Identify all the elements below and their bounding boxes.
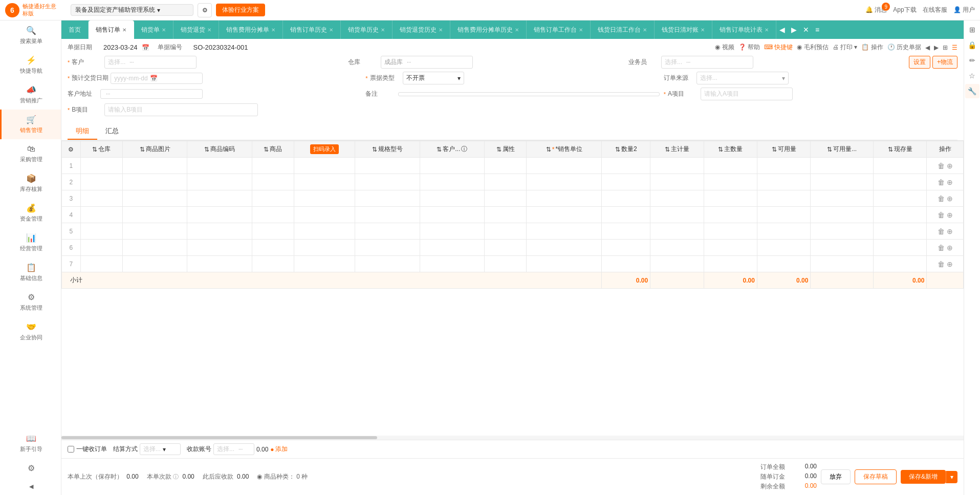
discard-button[interactable]: 放弃 bbox=[821, 469, 851, 484]
col-warehouse-header[interactable]: ⇅ 仓库 bbox=[80, 141, 122, 158]
help-link[interactable]: ❓ 帮助 bbox=[738, 43, 760, 52]
row-4-current-stock[interactable] bbox=[874, 207, 927, 223]
sidebar-item-purchase[interactable]: 🛍 采购管理 bbox=[0, 139, 61, 168]
row-3-spec[interactable] bbox=[355, 190, 420, 207]
row-4-warehouse[interactable] bbox=[80, 207, 122, 223]
sidebar-item-finance[interactable]: 💰 资金管理 bbox=[0, 198, 61, 228]
col-product-code-header[interactable]: ⇅ 商品编码 bbox=[187, 141, 252, 158]
row-7-spec[interactable] bbox=[355, 256, 420, 272]
row-4-copy-btn[interactable]: ⊕ bbox=[947, 211, 953, 219]
row-1-available2[interactable] bbox=[811, 158, 874, 174]
row-5-attribute[interactable] bbox=[484, 223, 526, 240]
customer-address-input[interactable]: ··· bbox=[100, 89, 203, 99]
calendar-icon[interactable]: 📅 bbox=[142, 44, 149, 51]
tab-home[interactable]: 首页 bbox=[61, 20, 89, 39]
close-tab-cash-workbench[interactable]: ✕ bbox=[643, 27, 647, 33]
account-expand-icon[interactable]: ··· bbox=[238, 446, 243, 452]
row-4-available[interactable] bbox=[757, 207, 810, 223]
tab-sales-bill-history[interactable]: 销货单历史 ✕ bbox=[341, 20, 393, 39]
save-draft-button[interactable]: 保存草稿 bbox=[855, 469, 897, 484]
row-5-available2[interactable] bbox=[811, 223, 874, 240]
online-service-link[interactable]: 在线客服 bbox=[923, 6, 947, 14]
sidebar-item-marketing[interactable]: 📣 营销推广 bbox=[0, 80, 61, 110]
salesperson-input[interactable]: 选择... ··· bbox=[661, 56, 753, 69]
profit-link[interactable]: ◉ 毛利预估 bbox=[797, 43, 828, 52]
row-4-unit[interactable] bbox=[527, 207, 602, 223]
tab-summary[interactable]: 汇总 bbox=[97, 123, 127, 140]
delivery-date-input[interactable]: yyyy-mm-dd 📅 bbox=[111, 73, 203, 84]
right-sidebar-lock-icon[interactable]: 🔒 bbox=[965, 38, 979, 52]
row-6-code[interactable] bbox=[187, 240, 252, 256]
row-4-main-unit[interactable] bbox=[650, 207, 704, 223]
row-5-copy-btn[interactable]: ⊕ bbox=[947, 227, 953, 235]
tab-cash-reconcile[interactable]: 钱货日清对账 ✕ bbox=[655, 20, 712, 39]
row-6-product[interactable] bbox=[252, 240, 294, 256]
row-6-available2[interactable] bbox=[811, 240, 874, 256]
row-5-image[interactable] bbox=[123, 223, 187, 240]
row-7-copy-btn[interactable]: ⊕ bbox=[947, 260, 953, 268]
operation-link[interactable]: 📋 操作 bbox=[861, 43, 883, 52]
row-3-code[interactable] bbox=[187, 190, 252, 207]
row-3-attribute[interactable] bbox=[484, 190, 526, 207]
row-2-copy-btn[interactable]: ⊕ bbox=[947, 178, 953, 186]
row-3-delete-btn[interactable]: 🗑 bbox=[938, 195, 945, 203]
row-1-product[interactable] bbox=[252, 158, 294, 174]
right-sidebar-grid-icon[interactable]: ⊞ bbox=[965, 23, 979, 37]
sidebar-item-sales[interactable]: 🛒 销售管理 bbox=[0, 110, 61, 139]
row-7-available2[interactable] bbox=[811, 256, 874, 272]
scan-button[interactable]: 扫码录入 bbox=[310, 144, 339, 154]
view-link[interactable]: ◉ 视频 bbox=[715, 43, 734, 52]
col-product-image-header[interactable]: ⇅ 商品图片 bbox=[123, 141, 187, 158]
sidebar-item-quick-nav[interactable]: ⚡ 快捷导航 bbox=[0, 50, 61, 80]
row-6-current-stock[interactable] bbox=[874, 240, 927, 256]
right-sidebar-tool-icon[interactable]: 🔧 bbox=[965, 84, 979, 98]
tab-cash-workbench[interactable]: 钱货日清工作台 ✕ bbox=[591, 20, 655, 39]
close-tab-sales-return[interactable]: ✕ bbox=[207, 27, 211, 33]
row-3-copy-btn[interactable]: ⊕ bbox=[947, 195, 953, 203]
row-4-image[interactable] bbox=[123, 207, 187, 223]
user-avatar[interactable]: 👤 用户 bbox=[953, 6, 975, 14]
row-3-main-unit[interactable] bbox=[650, 190, 704, 207]
row-5-main-unit[interactable] bbox=[650, 223, 704, 240]
close-tab-bill-history[interactable]: ✕ bbox=[381, 27, 385, 33]
right-sidebar-edit-icon[interactable]: ✏ bbox=[965, 53, 979, 68]
row-1-spec[interactable] bbox=[355, 158, 420, 174]
row-4-available2[interactable] bbox=[811, 207, 874, 223]
row-2-main-unit[interactable] bbox=[650, 174, 704, 190]
row-7-current-stock[interactable] bbox=[874, 256, 927, 272]
print-link[interactable]: 🖨 打印 ▾ bbox=[833, 43, 858, 52]
row-2-image[interactable] bbox=[123, 174, 187, 190]
row-4-main-qty[interactable] bbox=[704, 207, 757, 223]
col-spec-header[interactable]: ⇅ 规格型号 bbox=[355, 141, 420, 158]
order-source-input[interactable]: 选择... ▾ bbox=[696, 72, 789, 84]
row-3-warehouse[interactable] bbox=[80, 190, 122, 207]
settings-icon[interactable]: ⚙ bbox=[198, 3, 212, 17]
row-2-current-stock[interactable] bbox=[874, 174, 927, 190]
row-6-unit[interactable] bbox=[527, 240, 602, 256]
a-project-input[interactable]: 请输入A项目 bbox=[701, 88, 793, 100]
row-7-image[interactable] bbox=[123, 256, 187, 272]
row-7-unit[interactable] bbox=[527, 256, 602, 272]
sidebar-item-enterprise[interactable]: 🤝 企业协同 bbox=[0, 317, 61, 347]
row-2-main-qty[interactable] bbox=[704, 174, 757, 190]
row-7-attribute[interactable] bbox=[484, 256, 526, 272]
row-6-qty2[interactable] bbox=[602, 240, 650, 256]
row-6-warehouse[interactable] bbox=[80, 240, 122, 256]
right-sidebar-star-icon[interactable]: ☆ bbox=[965, 69, 979, 83]
row-5-current-stock[interactable] bbox=[874, 223, 927, 240]
row-6-main-unit[interactable] bbox=[650, 240, 704, 256]
row-2-spec[interactable] bbox=[355, 174, 420, 190]
row-1-delete-btn[interactable]: 🗑 bbox=[938, 162, 945, 170]
notification-area[interactable]: 🔔 消息 9 bbox=[865, 6, 887, 14]
row-1-qty2[interactable] bbox=[602, 158, 650, 174]
row-1-current-stock[interactable] bbox=[874, 158, 927, 174]
tab-sales-order-history[interactable]: 销售订单历史 ✕ bbox=[283, 20, 341, 39]
row-7-warehouse[interactable] bbox=[80, 256, 122, 272]
save-new-dropdown-button[interactable]: ▾ bbox=[946, 471, 957, 483]
col-available2-header[interactable]: ⇅ 可用量... bbox=[811, 141, 874, 158]
close-tab-cash-reconcile[interactable]: ✕ bbox=[701, 27, 705, 33]
sidebar-item-operations[interactable]: 📊 经营管理 bbox=[0, 228, 61, 257]
date-value[interactable]: 2023-03-24 bbox=[103, 44, 138, 51]
tab-expense-history[interactable]: 销售费用分摊单历史 ✕ bbox=[450, 20, 527, 39]
customer-expand-icon[interactable]: ··· bbox=[129, 59, 134, 65]
